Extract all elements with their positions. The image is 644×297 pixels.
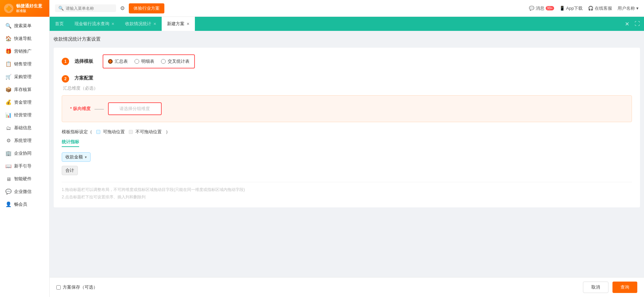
save-checkbox[interactable]: 方案保存（可选）	[56, 284, 98, 290]
sidebar-item-enterprise[interactable]: 🏢 企业协同	[0, 147, 49, 160]
sidebar-item-label: 销售管理	[14, 61, 32, 67]
sidebar-item-label: 企业微信	[14, 189, 32, 195]
tabbar: 首页 现金银行流水查询 ✕ 收款情况统计 ✕ 新建方案 ✕ ✕ ⛶	[50, 17, 644, 31]
operations-icon: 📊	[5, 112, 11, 118]
sidebar-item-label: 企业协同	[14, 150, 32, 156]
sidebar-item-label: 资金管理	[14, 99, 32, 105]
tab-close-all-btn[interactable]: ✕	[624, 19, 631, 29]
main-area: 🔍 ⚙ 体验行业方案 💬 消息 99+ 📱 App下载 🎧 在线客服 用户名称 …	[50, 0, 644, 297]
sidebar-item-label: 采购管理	[14, 74, 32, 80]
tab-receipt-close-icon[interactable]: ✕	[153, 22, 156, 26]
draggable-dot	[96, 130, 100, 134]
radio-summary-input[interactable]	[108, 59, 113, 64]
dimension-select-placeholder[interactable]: 请选择分组维度	[108, 102, 162, 115]
gift-icon: 🎁	[5, 48, 11, 54]
sidebar-item-base-info[interactable]: 🗂 基础信息	[0, 121, 49, 134]
radio-summary-label: 汇总表	[115, 58, 128, 64]
tabbar-actions: ✕ ⛶	[624, 19, 644, 29]
topbar-right: 💬 消息 99+ 📱 App下载 🎧 在线客服 用户名称 ▾	[529, 5, 639, 11]
sidebar-logo: 🔶 畅捷通好生意 标准版	[0, 0, 49, 17]
sidebar-item-hardware[interactable]: 🖥 智能硬件	[0, 172, 49, 185]
radio-cross[interactable]: 交叉统计表	[161, 58, 190, 64]
settings-icon[interactable]: ⚙	[120, 5, 125, 11]
radio-summary[interactable]: 汇总表	[108, 58, 128, 64]
metrics-group: 统计指标 收款金额 ▾ 合计	[62, 139, 632, 175]
step2-num: 2	[62, 75, 69, 83]
tab-new-plan[interactable]: 新建方案 ✕	[162, 17, 195, 31]
step1-num: 1	[62, 58, 69, 65]
arrow-icon: ——	[95, 106, 104, 111]
sidebar-item-label: 系统管理	[14, 138, 32, 144]
cancel-button[interactable]: 取消	[583, 282, 608, 293]
sidebar-item-member[interactable]: 👤 畅会员	[0, 198, 49, 211]
search-box[interactable]: 🔍	[55, 4, 116, 12]
tab-maximize-btn[interactable]: ⛶	[633, 19, 641, 28]
tab-receipt-label: 收款情况统计	[125, 21, 151, 27]
radio-cross-input[interactable]	[161, 59, 166, 64]
non-draggable-dot	[129, 130, 133, 134]
message-badge: 99+	[546, 6, 554, 10]
sidebar-item-guide[interactable]: 📖 新手引导	[0, 160, 49, 172]
sidebar-item-marketing[interactable]: 🎁 营销推广	[0, 45, 49, 58]
step2-label: 方案配置	[74, 75, 93, 81]
tab-receipt[interactable]: 收款情况统计 ✕	[120, 17, 162, 31]
tab-cashflow-close-icon[interactable]: ✕	[111, 22, 114, 26]
dimension-area: * 纵向维度 —— 请选择分组维度	[62, 95, 632, 122]
base-info-icon: 🗂	[5, 125, 11, 131]
topbar: 🔍 ⚙ 体验行业方案 💬 消息 99+ 📱 App下载 🎧 在线客服 用户名称 …	[50, 0, 644, 17]
radio-cross-label: 交叉统计表	[168, 58, 190, 64]
purchase-icon: 🛒	[5, 74, 11, 80]
member-icon: 👤	[5, 201, 11, 207]
tab-cashflow[interactable]: 现金银行流水查询 ✕	[69, 17, 120, 31]
query-button[interactable]: 查询	[612, 282, 637, 293]
service-icon: 🎧	[588, 6, 593, 11]
draggable-label: 可拖动位置	[103, 129, 125, 135]
service-label: 在线客服	[595, 5, 612, 11]
service-item[interactable]: 🎧 在线客服	[588, 5, 612, 11]
radio-detail-input[interactable]	[135, 59, 139, 64]
sidebar-item-wechat[interactable]: 💬 企业微信	[0, 185, 49, 198]
guide-icon: 📖	[5, 163, 11, 169]
content-area: 收款情况统计方案设置 1 选择模板 汇总表 明细表	[50, 31, 644, 277]
sidebar-item-label: 畅会员	[14, 201, 27, 207]
enterprise-icon: 🏢	[5, 150, 11, 156]
download-item[interactable]: 📱 App下载	[559, 5, 583, 11]
logo-sub: 标准版	[16, 9, 42, 13]
sidebar-item-label: 新手引导	[14, 163, 32, 169]
home-icon: 🏠	[5, 36, 11, 42]
metric-tag-label: 收款金额	[65, 154, 83, 160]
logo-icon: 🔶	[4, 4, 13, 13]
sidebar-item-operations[interactable]: 📊 经营管理	[0, 109, 49, 121]
tab-home[interactable]: 首页	[50, 17, 69, 31]
tips-section: 1.拖动标题栏可以调整布局，不可跨维度或指标区域拖动目字段(只能在同一维度或指标…	[62, 182, 632, 201]
sidebar-item-label: 库存核算	[14, 87, 32, 93]
hardware-icon: 🖥	[5, 176, 11, 182]
download-label: App下载	[566, 5, 583, 11]
vertical-dimension-label: * 纵向维度	[70, 106, 91, 112]
sidebar-item-search[interactable]: 🔍 搜索菜单	[0, 19, 49, 32]
search-icon: 🔍	[58, 6, 64, 11]
sidebar-item-inventory[interactable]: 📦 库存核算	[0, 83, 49, 96]
message-icon: 💬	[529, 6, 534, 11]
tip-1: 1.拖动标题栏可以调整布局，不可跨维度或指标区域拖动目字段(只能在同一维度或指标…	[62, 186, 632, 194]
sidebar-item-quick-nav[interactable]: 🏠 快速导航	[0, 32, 49, 45]
metrics-group-label: 统计指标	[62, 139, 79, 147]
user-item[interactable]: 用户名称 ▾	[618, 5, 639, 11]
message-label: 消息	[536, 5, 544, 11]
message-item[interactable]: 💬 消息 99+	[529, 5, 554, 11]
sidebar-item-finance[interactable]: 💰 资金管理	[0, 96, 49, 109]
search-input[interactable]	[66, 6, 113, 11]
step2-row: 2 方案配置	[62, 75, 632, 83]
sidebar-item-system[interactable]: ⚙ 系统管理	[0, 134, 49, 147]
tip-2: 2.点击标题栏下拉可设置排序、插入列和删除列	[62, 194, 632, 201]
industry-btn[interactable]: 体验行业方案	[129, 3, 164, 13]
wechat-icon: 💬	[5, 189, 11, 195]
tab-new-plan-close-icon[interactable]: ✕	[186, 22, 190, 26]
metric-tag-amount[interactable]: 收款金额 ▾	[62, 152, 91, 162]
radio-detail[interactable]: 明细表	[135, 58, 154, 64]
sidebar-item-sales[interactable]: 📋 销售管理	[0, 58, 49, 70]
sidebar-item-label: 营销推广	[14, 48, 32, 54]
tab-home-label: 首页	[55, 21, 64, 27]
sidebar-item-purchase[interactable]: 🛒 采购管理	[0, 70, 49, 83]
save-checkbox-input[interactable]	[56, 285, 61, 290]
